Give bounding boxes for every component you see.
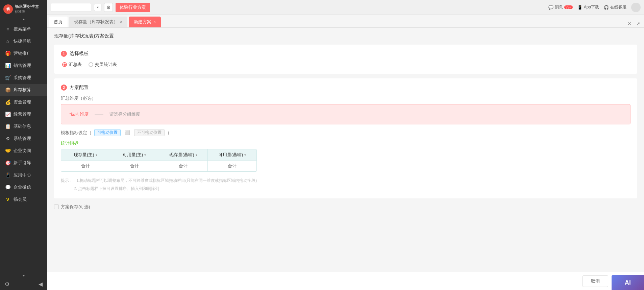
indicator-settings-label: 模板指标设定（	[61, 130, 92, 136]
user-avatar[interactable]	[631, 3, 641, 12]
dimension-area[interactable]: *纵向维度 —— 请选择分组维度	[61, 104, 630, 124]
search-menu-icon: ≡	[5, 26, 11, 32]
stats-header-row: 现存量(主) ▾ 可用量(主) ▾ 现存量(基辅) ▾ 可用量(基辅)	[61, 149, 256, 161]
message-button[interactable]: 💬 消息 99+	[548, 4, 573, 10]
tab-new-plan-close[interactable]: ×	[153, 20, 156, 24]
template-options: 汇总表 交叉统计表	[62, 62, 630, 68]
indicator-non-draggable-badge: 不可拖动位置	[134, 129, 165, 136]
dimension-arrow: ——	[95, 112, 103, 117]
cancel-button[interactable]: 取消	[583, 275, 608, 287]
step2-header: 2 方案配置	[61, 84, 630, 91]
sidebar-item-app-center[interactable]: 📱 应用中心	[0, 169, 47, 181]
search-input[interactable]	[51, 3, 91, 12]
collapse-icon[interactable]: ◀	[39, 281, 43, 287]
sidebar-item-label: 基础信息	[14, 123, 31, 129]
wechat-icon: 💬	[5, 184, 11, 190]
sidebar-item-enterprise[interactable]: 🤝 企业协同	[0, 145, 47, 157]
sidebar-item-vip[interactable]: V 畅会员	[0, 193, 47, 206]
service-icon: 🎧	[604, 5, 609, 10]
sidebar-item-label: 应用中心	[14, 172, 31, 178]
tips-section: 提示： 1.拖动标题栏可以调整布局，不可跨维度或指标区域拖动栏目(只能在同一维度…	[61, 177, 630, 192]
dropdown-button[interactable]: ▾	[94, 4, 101, 11]
scroll-up-button[interactable]	[0, 17, 47, 22]
sidebar-item-enterprise-wechat[interactable]: 💬 企业微信	[0, 181, 47, 193]
online-service-button[interactable]: 🎧 在线客服	[604, 4, 626, 10]
tab-home[interactable]: 首页	[49, 17, 68, 27]
tab-new-plan-label: 新建方案	[134, 19, 151, 25]
sidebar-item-marketing[interactable]: 🎁 营销推广	[0, 47, 47, 59]
app-icon: 📱	[5, 172, 11, 178]
tab-inventory-label: 现存量（库存状况表）	[74, 19, 118, 25]
sidebar-item-system[interactable]: ⚙ 系统管理	[0, 132, 47, 145]
app-logo: 畅 畅康通好生意 标准版	[0, 0, 47, 17]
sidebar-item-label: 搜索菜单	[14, 26, 31, 32]
sidebar-item-new-guide[interactable]: 🎯 新手引导	[0, 157, 47, 169]
stats-header-cell-1[interactable]: 可用量(主) ▾	[110, 149, 159, 160]
tips-item-0: 1.拖动标题栏可以调整布局，不可跨维度或指标区域拖动栏目(只能在同一维度或指标区…	[76, 178, 257, 183]
chevron-down-icon-1: ▾	[144, 153, 146, 157]
tab-home-label: 首页	[54, 19, 63, 25]
stats-header-cell-0[interactable]: 现存量(主) ▾	[61, 149, 110, 160]
tab-expand-button[interactable]: ⤢	[635, 20, 642, 27]
stats-data-cell-0: 合计	[61, 161, 110, 171]
sidebar-item-search-menu[interactable]: ≡ 搜索菜单	[0, 23, 47, 35]
sidebar-item-base-info[interactable]: 📋 基础信息	[0, 120, 47, 132]
tab-inventory-close[interactable]: ×	[120, 20, 122, 24]
app-download-label: App下载	[584, 4, 599, 10]
dimension-placeholder: 请选择分组维度	[109, 111, 140, 117]
logo-text-area: 畅康通好生意 标准版	[15, 4, 39, 14]
sidebar-item-finance[interactable]: 💰 资金管理	[0, 96, 47, 108]
indicator-suffix: ）	[167, 130, 172, 136]
tab-close-button[interactable]: ✕	[626, 20, 633, 27]
radio-summary[interactable]: 汇总表	[62, 62, 82, 68]
sidebar-nav: ≡ 搜索菜单 ⌂ 快捷导航 🎁 营销推广 📊 销售管理 🛒 采购管理 📦 库存核…	[0, 22, 47, 273]
tips-prefix: 提示：	[61, 178, 75, 183]
stats-data-cell-2: 合计	[159, 161, 208, 171]
save-option: 方案保存(可选)	[54, 204, 637, 210]
sidebar-item-purchase[interactable]: 🛒 采购管理	[0, 72, 47, 84]
sidebar-item-operations[interactable]: 📈 经营管理	[0, 108, 47, 120]
radio-cross[interactable]: 交叉统计表	[89, 62, 117, 68]
radio-cross-circle	[89, 62, 93, 67]
radio-summary-circle	[62, 62, 67, 67]
stats-header-cell-2[interactable]: 现存量(基辅) ▾	[159, 149, 208, 160]
page-title: 现存量(库存状况表)方案设置	[54, 33, 637, 39]
app-download-button[interactable]: 📱 App下载	[577, 4, 599, 10]
download-icon: 📱	[577, 5, 583, 10]
sidebar-item-quick-nav[interactable]: ⌂ 快捷导航	[0, 35, 47, 47]
sidebar-item-inventory[interactable]: 📦 库存核算	[0, 84, 47, 96]
ai-fab-button[interactable]: Ai	[612, 275, 644, 290]
step1-title: 选择模板	[70, 51, 89, 57]
dimension-required: *纵向维度	[69, 111, 89, 117]
trial-button[interactable]: 体验行业方案	[116, 3, 150, 12]
stats-header-label-2: 现存量(基辅)	[169, 152, 194, 158]
logo-text: 畅康通好生意	[15, 4, 39, 9]
step2-title: 方案配置	[70, 84, 89, 91]
sidebar-item-label: 新手引导	[14, 160, 31, 166]
finance-icon: 💰	[5, 99, 11, 105]
save-option-label: 方案保存(可选)	[61, 204, 90, 210]
scroll-down-button[interactable]	[0, 273, 47, 278]
chevron-down-icon-2: ▾	[196, 153, 197, 157]
summary-dimension-label: 汇总维度（必选）	[61, 95, 630, 101]
stats-header-cell-3[interactable]: 可用量(基辅) ▾	[208, 149, 256, 160]
sidebar: 畅 畅康通好生意 标准版 ≡ 搜索菜单 ⌂ 快捷导航 🎁 营销推广 📊 销售管理…	[0, 0, 47, 290]
vip-icon: V	[5, 196, 11, 202]
stats-table: 现存量(主) ▾ 可用量(主) ▾ 现存量(基辅) ▾ 可用量(基辅)	[61, 149, 257, 172]
step1-section: 1 选择模板 汇总表 交叉统计表	[54, 45, 637, 74]
save-checkbox[interactable]	[54, 204, 59, 209]
indicator-settings: 模板指标设定（ 可拖动位置 ⬜ 不可拖动位置 ）	[61, 129, 630, 136]
sidebar-item-sales[interactable]: 📊 销售管理	[0, 59, 47, 72]
sidebar-item-label: 经营管理	[14, 111, 31, 117]
tab-new-plan[interactable]: 新建方案 ×	[129, 17, 161, 27]
topbar-settings-button[interactable]: ⚙	[104, 3, 113, 12]
radio-cross-label: 交叉统计表	[95, 62, 117, 68]
sidebar-item-label: 销售管理	[14, 63, 31, 69]
topbar: ▾ ⚙ 体验行业方案 💬 消息 99+ 📱 App下载 🎧 在线客服	[47, 0, 644, 15]
settings-icon[interactable]: ⚙	[5, 281, 9, 287]
tab-inventory-status[interactable]: 现存量（库存状况表） ×	[69, 17, 127, 27]
sidebar-footer: ⚙ ◀	[0, 278, 47, 290]
sidebar-item-label: 采购管理	[14, 75, 31, 81]
chevron-down-icon-0: ▾	[96, 153, 97, 157]
tips-label: 提示： 1.拖动标题栏可以调整布局，不可跨维度或指标区域拖动栏目(只能在同一维度…	[61, 177, 630, 185]
